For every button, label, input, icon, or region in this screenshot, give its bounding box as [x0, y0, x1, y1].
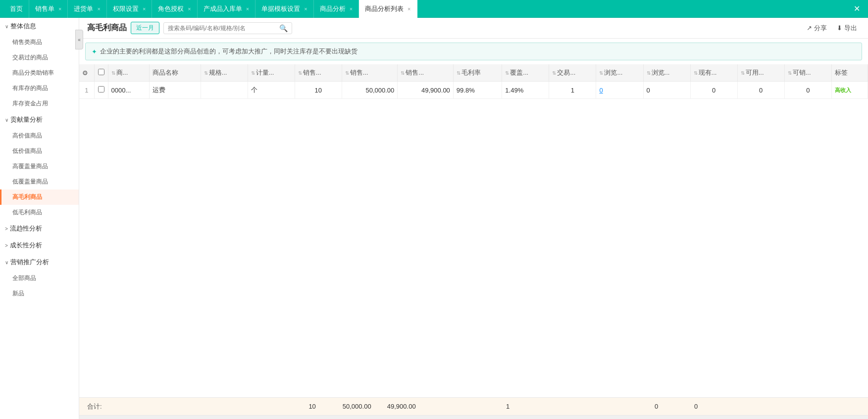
nav-tab-7[interactable]: 商品分析×: [314, 0, 359, 18]
filter-recent-month-button[interactable]: 近一月: [131, 22, 159, 34]
table-col-sales_amount[interactable]: ⇅销售...: [342, 64, 398, 82]
row-checkbox-0[interactable]: [98, 86, 104, 93]
nav-tab-close-6[interactable]: ×: [304, 6, 307, 12]
table-col-current_stock[interactable]: ⇅现有...: [690, 64, 737, 82]
sidebar-item-4-0[interactable]: 全部商品: [0, 271, 79, 286]
table-col-sellable_stock[interactable]: ⇅可销...: [784, 64, 831, 82]
nav-tab-close-4[interactable]: ×: [188, 6, 191, 12]
sidebar-item-0-0[interactable]: 销售类商品: [0, 35, 79, 50]
table-col-browse2[interactable]: ⇅浏览...: [643, 64, 690, 82]
table-col-sales_qty[interactable]: ⇅销售...: [295, 64, 342, 82]
table-col-name[interactable]: 商品名称: [150, 64, 201, 82]
window-close-button[interactable]: ✕: [850, 4, 864, 13]
table-col-tag[interactable]: 标签: [831, 64, 868, 82]
footer-cell-9: [419, 403, 454, 410]
table-col-spec[interactable]: ⇅规格...: [201, 64, 248, 82]
table-col-gross_margin[interactable]: ⇅毛利率: [453, 64, 502, 82]
sidebar-item-1-1[interactable]: 低价值商品: [0, 143, 79, 159]
table-col-unit[interactable]: ⇅计量...: [248, 64, 295, 82]
sort-icon-sales_profit[interactable]: ⇅: [401, 70, 405, 76]
search-icon[interactable]: 🔍: [279, 24, 288, 32]
sidebar-item-1-4[interactable]: 高毛利商品: [0, 189, 79, 205]
nav-tab-1[interactable]: 销售单×: [29, 0, 68, 18]
share-button[interactable]: ↗ 分享: [804, 22, 830, 34]
nav-tab-label-2: 进货单: [74, 4, 93, 13]
sidebar-group-2[interactable]: >流趋性分析: [0, 220, 79, 237]
nav-tab-4[interactable]: 角色授权×: [152, 0, 197, 18]
sort-icon-sales_amount[interactable]: ⇅: [345, 70, 349, 76]
sidebar-group-arrow-4: ∨: [5, 260, 8, 265]
footer-cell-16: 0: [676, 403, 716, 410]
sidebar-group-1[interactable]: ∨贡献量分析: [0, 111, 79, 128]
sort-icon-sellable_stock[interactable]: ⇅: [788, 70, 792, 76]
settings-icon[interactable]: ⚙: [82, 69, 88, 77]
nav-tab-6[interactable]: 单据模板设置×: [255, 0, 313, 18]
sidebar-item-1-0[interactable]: 高价值商品: [0, 128, 79, 143]
sidebar-group-4[interactable]: ∨营销推广分析: [0, 254, 79, 271]
sort-icon-coverage[interactable]: ⇅: [505, 70, 509, 76]
cell-checkbox-0: [94, 82, 108, 99]
table-col-browse1[interactable]: ⇅浏览...: [596, 64, 643, 82]
sidebar-item-0-1[interactable]: 交易过的商品: [0, 50, 79, 65]
cell-name-0: 运费: [150, 82, 201, 99]
nav-tab-label-4: 角色授权: [158, 4, 184, 13]
table-col-coverage[interactable]: ⇅覆盖...: [502, 64, 549, 82]
nav-tab-close-7[interactable]: ×: [350, 6, 353, 12]
nav-tab-label-6: 单据模板设置: [261, 4, 300, 13]
nav-tab-0[interactable]: 首页: [4, 0, 29, 18]
cell-code-0: 0000...: [108, 82, 150, 99]
footer-cell-3: [171, 403, 231, 410]
export-button[interactable]: ⬇ 导出: [834, 22, 860, 34]
nav-tab-close-5[interactable]: ×: [246, 6, 249, 12]
sort-icon-current_stock[interactable]: ⇅: [694, 70, 698, 76]
sidebar-group-3[interactable]: >成长性分析: [0, 237, 79, 254]
table-col-settings[interactable]: ⚙: [79, 64, 94, 82]
nav-tab-close-2[interactable]: ×: [97, 6, 100, 12]
search-input[interactable]: [168, 25, 279, 32]
sidebar-collapse-button[interactable]: «: [75, 30, 83, 49]
sidebar-group-label-4: 营销推广分析: [10, 258, 49, 267]
sort-icon-available_stock[interactable]: ⇅: [741, 70, 745, 76]
sort-icon-code[interactable]: ⇅: [111, 70, 115, 76]
cell-gross_margin-0: 99.8%: [453, 82, 502, 99]
sidebar-group-label-3: 成长性分析: [10, 241, 42, 250]
top-navigation: 首页销售单×进货单×权限设置×角色授权×产成品入库单×单据模板设置×商品分析×商…: [0, 0, 868, 18]
table-col-code[interactable]: ⇅商...: [108, 64, 150, 82]
table-col-transaction[interactable]: ⇅交易...: [549, 64, 596, 82]
sort-icon-browse1[interactable]: ⇅: [599, 70, 603, 76]
sort-icon-browse2[interactable]: ⇅: [647, 70, 651, 76]
sort-icon-sales_qty[interactable]: ⇅: [298, 70, 302, 76]
tag-badge-0: 高收入: [835, 87, 851, 93]
browse-link-0[interactable]: 0: [599, 87, 603, 94]
sidebar-group-arrow-1: ∨: [5, 117, 8, 123]
sidebar-item-1-5[interactable]: 低毛利商品: [0, 205, 79, 220]
sidebar-item-1-2[interactable]: 高覆盖量商品: [0, 159, 79, 174]
nav-tab-close-1[interactable]: ×: [58, 6, 61, 12]
select-all-checkbox[interactable]: [98, 69, 104, 75]
footer-cell-2: [137, 403, 171, 410]
sort-icon-transaction[interactable]: ⇅: [552, 70, 556, 76]
table-col-sales_profit[interactable]: ⇅销售...: [398, 64, 454, 82]
sidebar-group-0[interactable]: ∨整体信息: [0, 18, 79, 35]
footer-cell-15: 0: [637, 403, 676, 410]
sidebar-item-0-4[interactable]: 库存资金占用: [0, 96, 79, 111]
horizontal-scrollbar[interactable]: [79, 415, 868, 419]
table-col-checkbox[interactable]: [94, 64, 108, 82]
nav-tab-5[interactable]: 产成品入库单×: [198, 0, 255, 18]
cell-browse1-0: 0: [596, 82, 643, 99]
sidebar-item-1-3[interactable]: 低覆盖量商品: [0, 174, 79, 189]
nav-tab-close-3[interactable]: ×: [143, 6, 146, 12]
sidebar-item-0-2[interactable]: 商品分类助销率: [0, 65, 79, 81]
nav-tab-3[interactable]: 权限设置×: [107, 0, 152, 18]
nav-tab-8[interactable]: 商品分析列表×: [359, 0, 417, 18]
sidebar-item-0-3[interactable]: 有库存的商品: [0, 81, 79, 96]
sort-icon-unit[interactable]: ⇅: [251, 70, 255, 76]
sort-icon-spec[interactable]: ⇅: [204, 70, 208, 76]
sort-icon-gross_margin[interactable]: ⇅: [457, 70, 460, 76]
nav-tab-close-8[interactable]: ×: [408, 6, 410, 12]
table-col-available_stock[interactable]: ⇅可用...: [737, 64, 784, 82]
sidebar-item-4-1[interactable]: 新品: [0, 286, 79, 301]
nav-tab-2[interactable]: 进货单×: [68, 0, 106, 18]
cell-tag-0: 高收入: [831, 82, 868, 99]
cell-sellable_stock-0: 0: [784, 82, 831, 99]
